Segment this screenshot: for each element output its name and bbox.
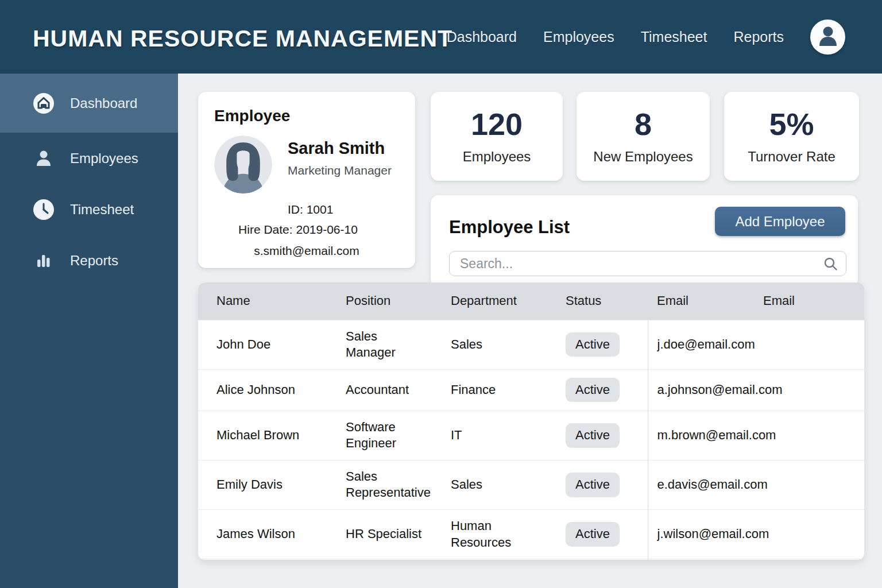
- topnav-timesheet[interactable]: Timesheet: [641, 29, 707, 45]
- email-cell: e.davis@email.com: [648, 460, 864, 509]
- user-avatar[interactable]: [810, 20, 845, 55]
- empty-email-cell: [648, 559, 864, 560]
- top-navigation: Dashboard Employees Timesheet Reports: [447, 0, 845, 74]
- add-employee-button[interactable]: Add Employee: [715, 207, 845, 236]
- app-title: HUMAN RESOURCE MANAGEMENT: [33, 25, 452, 52]
- name-cell: Alice Johnson: [198, 369, 327, 411]
- sidebar-item-reports[interactable]: Reports: [0, 235, 178, 286]
- position-cell: Software Engineer: [327, 411, 432, 460]
- topnav-dashboard[interactable]: Dashboard: [447, 29, 517, 45]
- sidebar-item-dashboard[interactable]: Dashboard: [0, 74, 178, 133]
- employee-photo-avatar: [214, 136, 272, 194]
- sidebar: Dashboard Employees Timesheet: [0, 74, 178, 588]
- topnav-reports[interactable]: Reports: [733, 29, 784, 45]
- employee-id: ID: 1001: [288, 203, 399, 216]
- email-cell: j.wilson@email.com: [648, 510, 864, 559]
- status-cell: Active: [547, 369, 648, 411]
- stat-card-new-employees: 8 New Employees: [577, 92, 710, 181]
- empty-cell: [547, 559, 648, 560]
- sidebar-label-timesheet: Timesheet: [70, 202, 134, 218]
- status-cell: Active: [547, 411, 648, 460]
- col-header-position: Position: [327, 283, 432, 320]
- name-cell: Michael Brown: [198, 411, 327, 460]
- employee-table: Name Position Department Status Email Em…: [198, 283, 864, 560]
- stat-value-employees: 120: [471, 109, 523, 140]
- sidebar-item-timesheet[interactable]: Timesheet: [0, 184, 178, 235]
- table-row-empty: [198, 559, 864, 560]
- sidebar-label-employees: Employees: [70, 150, 138, 167]
- empty-cell: [432, 559, 547, 560]
- person-icon: [33, 148, 55, 169]
- stat-value-new-employees: 8: [635, 109, 652, 140]
- col-header-department: Department: [432, 283, 547, 320]
- department-cell: Sales: [432, 460, 547, 509]
- position-cell: Sales Manager: [327, 320, 432, 369]
- stat-label-employees: Employees: [463, 149, 531, 165]
- status-cell: Active: [547, 460, 648, 509]
- sidebar-label-dashboard: Dashboard: [70, 95, 137, 111]
- table-row[interactable]: Michael BrownSoftware EngineerITActivem.…: [198, 411, 864, 460]
- position-cell: Accountant: [327, 369, 432, 411]
- table-row[interactable]: Alice JohnsonAccountantFinanceActivea.jo…: [198, 369, 864, 411]
- table-header-row: Name Position Department Status Email Em…: [198, 283, 864, 320]
- search-icon: [823, 256, 838, 274]
- status-cell: Active: [547, 510, 648, 559]
- employee-name: Sarah Smith: [288, 139, 392, 158]
- empty-cell: [198, 559, 327, 560]
- table-row[interactable]: John DoeSales ManagerSalesActivej.doe@em…: [198, 320, 864, 369]
- name-cell: John Doe: [198, 320, 327, 369]
- email-cell: j.doe@email.com: [648, 320, 864, 369]
- status-badge: Active: [566, 473, 620, 497]
- search-input[interactable]: [449, 251, 846, 276]
- user-avatar-icon: [814, 22, 842, 52]
- employee-summary-card: Employee Sarah Smith Marketing Manager: [198, 92, 415, 268]
- table-row[interactable]: James WilsonHR SpecialistHuman Resources…: [198, 510, 864, 559]
- table-row[interactable]: Emily DavisSales RepresentativeSalesActi…: [198, 460, 864, 509]
- stat-card-turnover-rate: 5% Turnover Rate: [724, 92, 859, 181]
- email-cell: a.johnson@email.com: [648, 369, 864, 411]
- stat-value-turnover-rate: 5%: [769, 109, 814, 140]
- employee-table-body: John DoeSales ManagerSalesActivej.doe@em…: [198, 320, 864, 560]
- employee-hire-date: Hire Date: 2019-06-10: [214, 223, 399, 237]
- status-badge: Active: [566, 423, 620, 448]
- email-cell: m.brown@email.com: [648, 411, 864, 460]
- status-badge: Active: [566, 522, 620, 547]
- employee-table-panel: Name Position Department Status Email Em…: [198, 283, 864, 560]
- status-badge: Active: [566, 332, 620, 357]
- col-header-email-1: Email: [648, 283, 754, 320]
- position-cell: Sales Representative: [327, 460, 432, 509]
- bar-chart-icon: [33, 250, 55, 272]
- stat-card-employees: 120 Employees: [431, 92, 563, 181]
- employee-card-title: Employee: [214, 107, 399, 125]
- name-cell: Emily Davis: [198, 460, 327, 509]
- stat-label-turnover-rate: Turnover Rate: [748, 149, 835, 165]
- top-header: HUMAN RESOURCE MANAGEMENT Dashboard Empl…: [0, 0, 882, 74]
- home-icon: [33, 92, 55, 114]
- name-cell: James Wilson: [198, 510, 327, 559]
- status-badge: Active: [566, 378, 620, 403]
- employee-position: Marketing Manager: [288, 164, 392, 177]
- employee-email: s.smith@email.com: [214, 244, 399, 258]
- department-cell: IT: [432, 411, 547, 460]
- department-cell: Sales: [432, 320, 547, 369]
- hr-app: HUMAN RESOURCE MANAGEMENT Dashboard Empl…: [0, 0, 882, 588]
- clock-icon: [33, 199, 55, 220]
- employee-list-title: Employee List: [449, 217, 570, 238]
- department-cell: Finance: [432, 369, 547, 411]
- col-header-name: Name: [198, 283, 327, 320]
- sidebar-label-reports: Reports: [70, 253, 118, 269]
- col-header-email-2: Email: [754, 283, 864, 320]
- col-header-status: Status: [547, 283, 648, 320]
- employee-list-panel: Employee List Add Employee: [431, 195, 858, 287]
- status-cell: Active: [547, 320, 648, 369]
- topnav-employees[interactable]: Employees: [543, 29, 614, 45]
- empty-cell: [327, 559, 432, 560]
- stat-label-new-employees: New Employees: [593, 149, 693, 165]
- sidebar-item-employees[interactable]: Employees: [0, 133, 178, 184]
- position-cell: HR Specialist: [327, 510, 432, 559]
- department-cell: Human Resources: [432, 510, 547, 559]
